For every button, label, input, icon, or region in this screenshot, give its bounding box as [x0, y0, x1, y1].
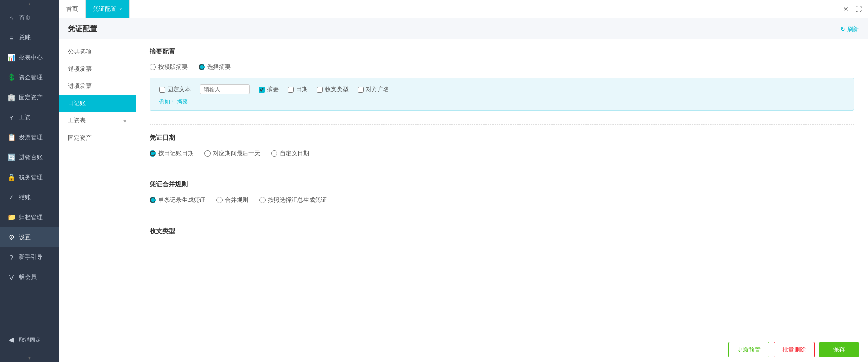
sidebar-item-home[interactable]: ⌂首页 [0, 8, 59, 28]
summary-options-box: 固定文本 摘要 日期 收支类型 [150, 78, 854, 111]
nav-purchase[interactable]: 进项发票 [59, 78, 136, 95]
guide-label: 新手引导 [19, 253, 43, 261]
archive-icon: 📁 [7, 213, 15, 221]
check-counterparty[interactable]: 对方户名 [358, 85, 389, 93]
sidebar-item-checkout[interactable]: ✓结账 [0, 187, 59, 207]
sidebar-item-reports[interactable]: 📊报表中心 [0, 48, 59, 68]
close-tab-button[interactable]: ✕ [841, 4, 851, 14]
nav-public-label: 公共选项 [68, 48, 92, 56]
nav-assets-label: 固定资产 [68, 134, 92, 142]
merge-title: 凭证合并规则 [150, 181, 854, 189]
tab-bar: 首页凭证配置 × ✕ ⛶ [59, 0, 868, 18]
archive-label: 归档管理 [19, 213, 43, 221]
checkout-icon: ✓ [7, 193, 15, 201]
update-preview-button[interactable]: 更新预置 [728, 342, 769, 357]
merge-radio-single[interactable]: 单条记录生成凭证 [150, 196, 205, 204]
sidebar-item-vip[interactable]: V畅会员 [0, 267, 59, 287]
merge-radio-merge[interactable]: 合并规则 [216, 196, 248, 204]
tab-voucher[interactable]: 凭证配置 × [86, 0, 130, 18]
funds-icon: 💲 [7, 73, 15, 82]
nav-salary-arrow: ▾ [123, 117, 126, 124]
sidebar-item-purchase[interactable]: 🔄进销台账 [0, 147, 59, 167]
tab-home[interactable]: 首页 [59, 0, 86, 18]
check-fixed-text-input[interactable] [159, 87, 165, 93]
invoice-label: 发票管理 [19, 133, 43, 142]
nav-public[interactable]: 公共选项 [59, 43, 136, 60]
check-date-input[interactable] [288, 87, 294, 93]
tab-voucher-label: 凭证配置 [93, 5, 116, 13]
save-button[interactable]: 保存 [819, 342, 859, 357]
check-summary-input[interactable] [259, 87, 265, 93]
date-radio-journal-input[interactable] [150, 150, 156, 157]
date-radio-last[interactable]: 对应期间最后一天 [204, 149, 260, 157]
sidebar-scroll-down[interactable]: ▼ [0, 354, 59, 362]
sidebar-item-guide[interactable]: ?新手引导 [0, 247, 59, 267]
summary-radio-select[interactable]: 选择摘要 [199, 63, 231, 71]
home-icon: ⌂ [7, 14, 15, 22]
guide-icon: ? [7, 254, 15, 261]
sidebar-item-invoice[interactable]: 📋发票管理 [0, 127, 59, 147]
merge-radio-merge-input[interactable] [216, 197, 223, 203]
reports-icon: 📊 [7, 54, 15, 62]
sidebar-item-assets[interactable]: 🏢固定资产 [0, 88, 59, 108]
tab-home-label: 首页 [66, 5, 78, 13]
fixed-text-input[interactable] [200, 84, 250, 94]
date-radio-custom[interactable]: 自定义日期 [271, 149, 309, 157]
batch-delete-button[interactable]: 批量删除 [774, 342, 815, 357]
date-radio-journal[interactable]: 按日记账日期 [150, 149, 194, 157]
divider-3 [150, 218, 854, 218]
home-label: 首页 [19, 14, 31, 22]
salary-label: 工资 [19, 113, 31, 122]
sidebar-item-settings[interactable]: ⚙设置 [0, 227, 59, 247]
sidebar-scroll-up[interactable]: ▲ [0, 0, 59, 8]
summary-radio-template[interactable]: 按模版摘要 [150, 63, 188, 71]
fullscreen-button[interactable]: ⛶ [853, 4, 863, 14]
check-income-type[interactable]: 收支类型 [317, 85, 349, 93]
invoice-icon: 📋 [7, 133, 15, 142]
sidebar-item-tax[interactable]: 🔒税务管理 [0, 167, 59, 187]
ledger-label: 总账 [19, 34, 31, 42]
check-income-type-input[interactable] [317, 87, 323, 93]
sidebar-unpin[interactable]: ◀ 取消固定 [0, 330, 59, 350]
sidebar-item-ledger[interactable]: ≡总账 [0, 28, 59, 48]
date-radio-last-input[interactable] [204, 150, 211, 157]
tab-voucher-close[interactable]: × [119, 6, 122, 12]
merge-radio-summary[interactable]: 按照选择汇总生成凭证 [259, 196, 327, 204]
merge-section: 凭证合并规则 单条记录生成凭证 合并规则 按照选择汇总生成凭证 [150, 181, 854, 204]
merge-radio-summary-input[interactable] [259, 197, 266, 203]
nav-assets[interactable]: 固定资产 [59, 129, 136, 147]
merge-radio-single-input[interactable] [150, 197, 156, 203]
summary-radio-select-input[interactable] [199, 64, 205, 70]
sidebar-item-funds[interactable]: 💲资金管理 [0, 68, 59, 88]
bottom-bar: 更新预置 批量删除 保存 [59, 337, 868, 362]
nav-journal[interactable]: 日记账 [59, 95, 136, 112]
sidebar-item-archive[interactable]: 📁归档管理 [0, 207, 59, 227]
page-title: 凭证配置 [68, 24, 97, 34]
date-radio-custom-input[interactable] [271, 150, 277, 157]
refresh-icon: ↻ [840, 26, 845, 33]
check-date[interactable]: 日期 [288, 85, 308, 93]
nav-salary-label: 工资表 [68, 117, 86, 125]
checkout-label: 结账 [19, 193, 31, 201]
summary-radio-template-input[interactable] [150, 64, 156, 70]
assets-icon: 🏢 [7, 93, 15, 102]
page-title-bar: 凭证配置 ↻ 刷新 [59, 18, 868, 39]
merge-radio-group: 单条记录生成凭证 合并规则 按照选择汇总生成凭证 [150, 196, 854, 204]
funds-label: 资金管理 [19, 73, 43, 82]
nav-sales-label: 销项发票 [68, 65, 92, 73]
salary-icon: ¥ [7, 114, 15, 122]
tax-label: 税务管理 [19, 173, 43, 181]
vip-label: 畅会员 [19, 273, 37, 281]
refresh-button[interactable]: ↻ 刷新 [840, 25, 859, 34]
nav-salary[interactable]: 工资表▾ [59, 112, 136, 129]
nav-sales[interactable]: 销项发票 [59, 60, 136, 78]
sidebar-item-salary[interactable]: ¥工资 [0, 108, 59, 127]
check-summary[interactable]: 摘要 [259, 85, 279, 93]
date-title: 凭证日期 [150, 134, 854, 142]
purchase-label: 进销台账 [19, 153, 43, 161]
income-type-section: 收支类型 [150, 227, 854, 235]
example-text: 例如： 摘要 [159, 98, 845, 106]
check-fixed-text[interactable]: 固定文本 [159, 85, 191, 93]
check-counterparty-input[interactable] [358, 87, 364, 93]
summary-section: 摘要配置 按模版摘要 选择摘要 固定文本 [150, 48, 854, 111]
